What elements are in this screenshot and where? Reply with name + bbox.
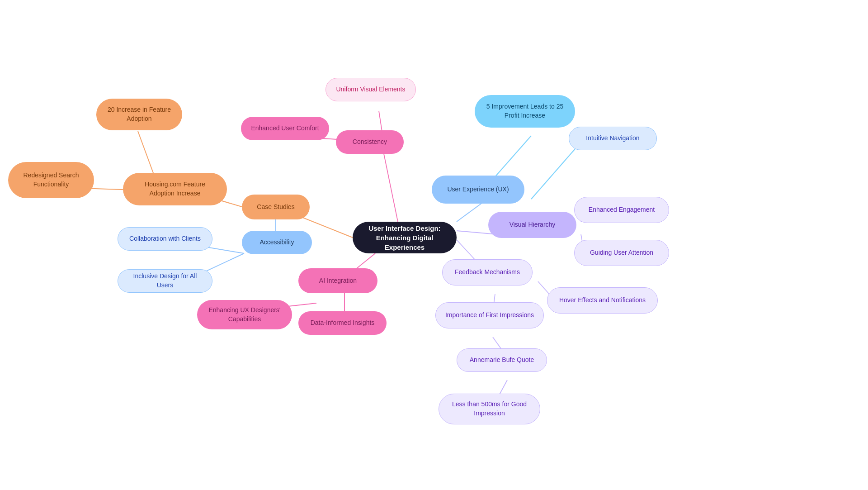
improvement-node[interactable]: 5 Improvement Leads to 25 Profit Increas… (475, 95, 575, 128)
guiding-user-label: Guiding User Attention (590, 248, 653, 257)
center-label: User Interface Design: Enhancing Digital… (362, 224, 448, 252)
housing-com-node[interactable]: Housing.com Feature Adoption Increase (123, 173, 227, 205)
inclusive-label: Inclusive Design for All Users (127, 272, 203, 290)
uniform-visual-node[interactable]: Uniform Visual Elements (326, 78, 416, 101)
intuitive-nav-label: Intuitive Navigation (586, 134, 639, 143)
improvement-label: 5 Improvement Leads to 25 Profit Increas… (484, 102, 566, 120)
uniform-visual-label: Uniform Visual Elements (336, 85, 405, 94)
consistency-node[interactable]: Consistency (336, 130, 404, 154)
ai-integration-label: AI Integration (319, 276, 357, 285)
less-than-500-node[interactable]: Less than 500ms for Good Impression (439, 394, 540, 424)
visual-hierarchy-label: Visual Hierarchy (509, 220, 556, 229)
enhanced-comfort-node[interactable]: Enhanced User Comfort (241, 117, 329, 140)
less-than-500-label: Less than 500ms for Good Impression (448, 400, 531, 418)
feedback-mechanisms-label: Feedback Mechanisms (455, 268, 520, 277)
redesigned-search-node[interactable]: Redesigned Search Functionality (8, 162, 94, 198)
enhanced-engagement-label: Enhanced Engagement (589, 205, 655, 214)
case-studies-label: Case Studies (257, 203, 294, 212)
svg-line-10 (383, 152, 398, 222)
svg-line-15 (531, 145, 579, 199)
user-experience-label: User Experience (UX) (447, 185, 509, 194)
enhanced-comfort-label: Enhanced User Comfort (251, 124, 319, 133)
ai-integration-node[interactable]: AI Integration (298, 268, 377, 293)
intuitive-nav-node[interactable]: Intuitive Navigation (569, 127, 657, 150)
case-studies-node[interactable]: Case Studies (242, 195, 310, 219)
annemarie-quote-node[interactable]: Annemarie Bufe Quote (457, 348, 547, 372)
mindmap-canvas: User Interface Design: Enhancing Digital… (0, 0, 868, 490)
hover-effects-node[interactable]: Hover Effects and Notifications (547, 287, 658, 314)
inclusive-node[interactable]: Inclusive Design for All Users (118, 269, 212, 293)
accessibility-label: Accessibility (259, 238, 294, 247)
collab-label: Collaboration with Clients (129, 234, 201, 243)
user-experience-node[interactable]: User Experience (UX) (432, 176, 524, 204)
feedback-mechanisms-node[interactable]: Feedback Mechanisms (442, 259, 533, 285)
visual-hierarchy-node[interactable]: Visual Hierarchy (488, 212, 576, 238)
first-impressions-label: Importance of First Impressions (445, 311, 534, 320)
svg-line-3 (138, 131, 154, 174)
annemarie-quote-label: Annemarie Bufe Quote (470, 356, 534, 365)
accessibility-node[interactable]: Accessibility (242, 231, 312, 254)
data-informed-label: Data-Informed Insights (311, 319, 375, 328)
guiding-user-node[interactable]: Guiding User Attention (574, 240, 669, 266)
enhancing-ux-label: Enhancing UX Designers' Capabilities (206, 306, 283, 323)
center-node[interactable]: User Interface Design: Enhancing Digital… (353, 222, 457, 253)
housing-com-label: Housing.com Feature Adoption Increase (132, 180, 218, 198)
enhanced-engagement-node[interactable]: Enhanced Engagement (574, 197, 669, 223)
twenty-increase-node[interactable]: 20 Increase in Feature Adoption (96, 99, 182, 130)
first-impressions-node[interactable]: Importance of First Impressions (435, 302, 544, 328)
collab-node[interactable]: Collaboration with Clients (118, 227, 212, 251)
data-informed-node[interactable]: Data-Informed Insights (298, 311, 387, 335)
consistency-label: Consistency (353, 138, 387, 147)
twenty-increase-label: 20 Increase in Feature Adoption (105, 105, 173, 123)
redesigned-search-label: Redesigned Search Functionality (17, 171, 85, 189)
enhancing-ux-node[interactable]: Enhancing UX Designers' Capabilities (197, 300, 292, 329)
hover-effects-label: Hover Effects and Notifications (559, 296, 646, 305)
